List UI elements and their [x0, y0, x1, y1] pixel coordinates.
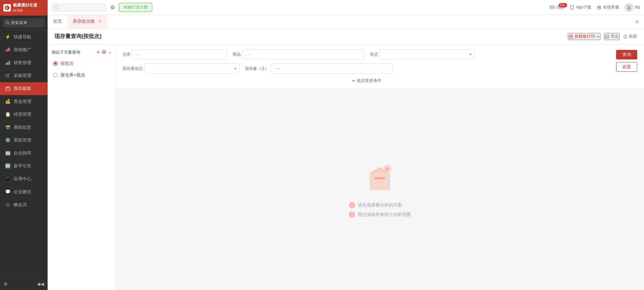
- scheme-header-actions: + «: [97, 49, 111, 55]
- svg-rect-6: [9, 61, 10, 65]
- sidebar-item-operation[interactable]: 📋 经营管理: [0, 108, 48, 121]
- sidebar-item-marketing[interactable]: 📣 营销推广: [0, 43, 48, 56]
- industry-button[interactable]: 体验行业方案: [119, 3, 152, 12]
- result-area: 1 请先选择要分析的方案 2 用过滤条件来缩小分析范围: [116, 89, 644, 290]
- app-title: 畅康通好生意: [13, 3, 37, 8]
- settings-button[interactable]: ⚙: [3, 281, 8, 287]
- sidebar-item-label: 采购管理: [14, 73, 31, 79]
- sidebar-item-enterprise[interactable]: 🏢 企业协同: [0, 147, 48, 160]
- status-select[interactable]: ▾: [379, 49, 475, 59]
- main-area: ⚙ 体验行业方案 消息 99+ App下载 在线客服 Rit: [48, 0, 644, 290]
- stock-status-select[interactable]: ▾: [144, 64, 239, 74]
- export-button[interactable]: 导出: [604, 33, 620, 40]
- export-label: 导出: [611, 34, 619, 39]
- sidebar-item-label: 应用中心: [14, 176, 31, 182]
- empty-icon: [363, 161, 397, 195]
- status-filter-wrap: 状态 ▾: [370, 49, 475, 59]
- page-title: 现存量查询(按批次): [54, 33, 102, 40]
- sidebar: b 畅康通好生意 标准版 搜索菜单 ⚡ 快捷导航 📣 营销推广 销售管理: [0, 0, 48, 290]
- sidebar-search-area: 搜索菜单: [0, 16, 48, 31]
- print-icon: [569, 34, 573, 39]
- filter-row-2: 现存量状态 ▾ 现存量（主） —: [122, 64, 611, 74]
- filter-fields: 仓库 ··· 商品 ···: [122, 49, 611, 84]
- sidebar-item-label: 企业协同: [14, 150, 31, 156]
- scheme-collapse-button[interactable]: «: [108, 49, 111, 55]
- online-service-button[interactable]: 在线客服: [597, 4, 619, 10]
- product-filter-wrap: 商品 ···: [233, 49, 365, 59]
- tab-home[interactable]: 首页: [48, 15, 67, 29]
- megaphone-icon: 📣: [5, 47, 11, 53]
- warehouse-dots: ···: [135, 51, 142, 58]
- svg-rect-4: [6, 63, 7, 65]
- sidebar-item-label: 新手引导: [14, 163, 31, 169]
- sidebar-item-member[interactable]: 畅会员: [0, 198, 48, 211]
- user-avatar-area[interactable]: Rit: [625, 3, 640, 12]
- app-title-block: 畅康通好生意 标准版: [13, 3, 37, 13]
- print-label: 按模板打印: [575, 34, 595, 39]
- guide-icon: 🆕: [5, 163, 11, 169]
- right-content: 仓库 ··· 商品 ···: [116, 44, 644, 290]
- online-service-label: 在线客服: [603, 4, 619, 10]
- filter-panel: 仓库 ··· 商品 ···: [116, 44, 644, 89]
- filter-buttons: 查询 设置: [616, 49, 637, 72]
- scheme-item-by-batch[interactable]: 按批次: [48, 58, 115, 69]
- search-menu-button[interactable]: 搜索菜单: [3, 18, 45, 28]
- sidebar-item-appcenter[interactable]: 📱 应用中心: [0, 173, 48, 185]
- sidebar-item-newguide[interactable]: 🆕 新手引导: [0, 160, 48, 173]
- print-button[interactable]: 按模板打印: [568, 33, 600, 40]
- message-badge: 99+: [559, 3, 567, 7]
- sidebar-item-basic[interactable]: 🗃️ 基础信息: [0, 121, 48, 134]
- stock-qty-label: 现存量（主）: [245, 66, 269, 72]
- scheme-add-button[interactable]: +: [97, 49, 100, 55]
- sidebar-item-sales[interactable]: 销售管理: [0, 56, 48, 69]
- stock-qty-input[interactable]: —: [271, 64, 393, 74]
- sidebar-item-quick-nav[interactable]: ⚡ 快捷导航: [0, 31, 48, 43]
- sidebar-item-purchase[interactable]: 🛒 采购管理: [0, 69, 48, 82]
- tip-text-1: 请先选择要分析的方案: [358, 202, 402, 208]
- page-header: 现存量查询(按批次) 按模板打印 导出 刷新: [48, 29, 644, 44]
- global-search-input[interactable]: [60, 5, 98, 10]
- scheme-item-by-warehouse-batch[interactable]: 按仓库+批次: [48, 69, 115, 81]
- scheme-active-icon: [52, 60, 58, 67]
- refresh-button[interactable]: 刷新: [623, 34, 637, 39]
- topbar-gear-button[interactable]: ⚙: [109, 3, 116, 12]
- search-menu-label: 搜索菜单: [11, 20, 27, 26]
- sidebar-item-finance[interactable]: 💰 资金管理: [0, 95, 48, 108]
- sidebar-item-label: 营销推广: [14, 47, 31, 53]
- clipboard-icon: 📋: [5, 111, 11, 117]
- tab-close-icon[interactable]: ✕: [98, 19, 102, 24]
- product-dots: ···: [245, 51, 252, 58]
- app-subtitle: 标准版: [13, 8, 37, 13]
- wechat-icon: 💬: [5, 189, 11, 195]
- collapse-sidebar-button[interactable]: ◀◀: [37, 281, 44, 287]
- gear-icon: ⚙️: [5, 137, 11, 143]
- enterprise-icon: 🏢: [5, 150, 11, 156]
- stock-qty-dash: —: [276, 66, 281, 71]
- tip-2: 2 用过滤条件来缩小分析范围: [349, 212, 411, 218]
- search-icon: [55, 5, 59, 10]
- svg-rect-7: [6, 88, 10, 91]
- product-label: 商品: [233, 52, 241, 57]
- warehouse-select[interactable]: ···: [132, 49, 227, 59]
- collapse-filter-button[interactable]: 收起更多条件: [122, 78, 611, 84]
- headset-icon: [597, 5, 601, 10]
- query-button[interactable]: 查询: [616, 50, 637, 59]
- sidebar-item-label: 销售管理: [14, 60, 31, 66]
- settings-button[interactable]: 设置: [616, 62, 637, 72]
- sidebar-item-system[interactable]: ⚙️ 系统管理: [0, 134, 48, 147]
- message-button[interactable]: 消息 99+: [549, 4, 564, 10]
- tab-batch-account[interactable]: 库存批次账 ✕: [67, 15, 107, 29]
- svg-point-2: [6, 21, 9, 24]
- sidebar-nav: ⚡ 快捷导航 📣 营销推广 销售管理 🛒 采购管理 库存核算: [0, 31, 48, 277]
- tab-home-label: 首页: [53, 18, 62, 24]
- sidebar-item-wechat[interactable]: 💬 企业微信: [0, 185, 48, 198]
- collapse-label: 收起更多条件: [357, 78, 382, 84]
- product-select[interactable]: ···: [242, 49, 365, 59]
- sidebar-item-inventory[interactable]: 库存核算: [0, 82, 48, 95]
- chevron-up-icon: [352, 79, 356, 83]
- app-download-button[interactable]: App下载: [570, 4, 591, 10]
- panel-close-button[interactable]: ✕: [630, 16, 644, 28]
- sidebar-item-label: 企业微信: [14, 189, 31, 195]
- scheme-settings-button[interactable]: [102, 49, 106, 55]
- app-logo: b: [3, 4, 11, 12]
